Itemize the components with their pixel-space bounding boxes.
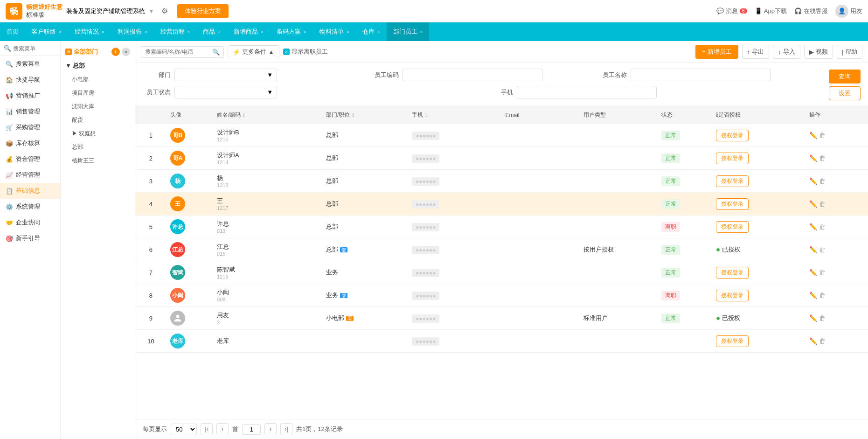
view-btn[interactable]: ▶ 视频 bbox=[804, 45, 833, 59]
dept-add-btn[interactable]: + bbox=[111, 48, 120, 56]
trial-button[interactable]: 体验行业方案 bbox=[177, 4, 229, 18]
sidebar-search[interactable]: 🔍 bbox=[0, 41, 60, 56]
edit-icon-1[interactable]: ✏️ bbox=[809, 154, 817, 162]
edit-icon-9[interactable]: ✏️ bbox=[809, 337, 817, 345]
dept-collapse-btn[interactable]: « bbox=[122, 48, 130, 56]
dept-tree-item-2[interactable]: 项目库房 bbox=[61, 86, 135, 100]
online-service-btn[interactable]: 🎧 在线客服 bbox=[794, 7, 828, 15]
delete-icon-5[interactable]: 🗑 bbox=[819, 246, 826, 253]
dept-tree-item-0[interactable]: ▼ 总部 bbox=[61, 59, 135, 73]
edit-icon-3[interactable]: ✏️ bbox=[809, 200, 817, 208]
next-page-btn[interactable]: › bbox=[264, 423, 277, 435]
edit-icon-4[interactable]: ✏️ bbox=[809, 223, 817, 230]
edit-icon-7[interactable]: ✏️ bbox=[809, 292, 817, 299]
sidebar-item-基础信息[interactable]: 📋基础信息 bbox=[0, 183, 60, 199]
dept-tree-item-6[interactable]: 总部 bbox=[61, 140, 135, 154]
nav-close-部门员工[interactable]: × bbox=[420, 29, 423, 35]
nav-close-经营情况[interactable]: × bbox=[102, 29, 104, 35]
edit-icon-6[interactable]: ✏️ bbox=[809, 269, 817, 276]
sidebar-item-企业协同[interactable]: 🤝企业协同 bbox=[0, 215, 60, 230]
auth-login-button-4[interactable]: 授权登录 bbox=[716, 221, 749, 233]
phone-input[interactable] bbox=[517, 86, 657, 98]
app-download-btn[interactable]: 📱 App下载 bbox=[755, 7, 787, 15]
nav-item-商品[interactable]: 商品× bbox=[196, 22, 227, 41]
search-box[interactable]: 🔍 bbox=[141, 46, 224, 58]
nav-close-条码方案[interactable]: × bbox=[304, 29, 306, 35]
dept-tree-item-4[interactable]: 配货 bbox=[61, 113, 135, 127]
delete-icon-6[interactable]: 🗑 bbox=[819, 269, 826, 276]
export-btn[interactable]: ↑ 导出 bbox=[742, 45, 770, 59]
empstatus-select[interactable]: ▼ bbox=[174, 86, 277, 98]
sidebar-item-库存核算[interactable]: 📦库存核算 bbox=[0, 135, 60, 151]
edit-icon-5[interactable]: ✏️ bbox=[809, 246, 817, 253]
nav-close-物料清单[interactable]: × bbox=[347, 29, 349, 35]
sidebar-item-新手引导[interactable]: 🎯新手引导 bbox=[0, 230, 60, 246]
nav-item-物料清单[interactable]: 物料清单× bbox=[313, 22, 356, 41]
edit-icon-2[interactable]: ✏️ bbox=[809, 177, 817, 185]
empname-input[interactable] bbox=[631, 69, 771, 81]
nav-item-客户联络[interactable]: 客户联络× bbox=[25, 22, 68, 41]
nav-item-条码方案[interactable]: 条码方案× bbox=[270, 22, 313, 41]
help-btn[interactable]: | 帮助 bbox=[837, 45, 862, 59]
prev-page-btn[interactable]: ‹ bbox=[216, 423, 229, 435]
dept-tree-item-1[interactable]: 小电部 bbox=[61, 73, 135, 86]
auth-login-button-2[interactable]: 授权登录 bbox=[716, 175, 749, 187]
page-number-input[interactable] bbox=[242, 424, 261, 435]
set-button[interactable]: 设置 bbox=[829, 86, 861, 100]
auth-login-button-6[interactable]: 授权登录 bbox=[716, 267, 749, 279]
delete-icon-1[interactable]: 🗑 bbox=[819, 154, 826, 162]
delete-icon-2[interactable]: 🗑 bbox=[819, 177, 826, 185]
delete-icon-7[interactable]: 🗑 bbox=[819, 292, 826, 299]
filter-btn[interactable]: ⚡ 更多条件 ▲ bbox=[228, 45, 279, 58]
empcode-input[interactable] bbox=[403, 69, 542, 81]
dept-select[interactable]: ▼ bbox=[174, 69, 277, 81]
nav-item-经营历程[interactable]: 经营历程× bbox=[154, 22, 197, 41]
delete-icon-3[interactable]: 🗑 bbox=[819, 200, 826, 208]
dept-tree-item-5[interactable]: ▶ 双庭想 bbox=[61, 127, 135, 140]
delete-icon-0[interactable]: 🗑 bbox=[819, 132, 826, 139]
auth-login-button-3[interactable]: 授权登录 bbox=[716, 198, 749, 210]
auth-login-button-0[interactable]: 授权登录 bbox=[716, 130, 749, 141]
sidebar-search-input[interactable] bbox=[13, 45, 56, 52]
dept-tree-item-7[interactable]: 植树王三 bbox=[61, 154, 135, 167]
messages-btn[interactable]: 💬 消息 6 bbox=[716, 7, 747, 15]
nav-item-仓库[interactable]: 仓库× bbox=[356, 22, 387, 41]
auth-login-button-9[interactable]: 授权登录 bbox=[716, 335, 749, 347]
nav-item-新增商品[interactable]: 新增商品× bbox=[227, 22, 270, 41]
search-button[interactable]: 查询 bbox=[829, 70, 861, 84]
search-input[interactable] bbox=[145, 49, 210, 55]
sidebar-item-搜索菜单[interactable]: 🔍搜索菜单 bbox=[0, 56, 60, 72]
sidebar-item-经营管理[interactable]: 📈经营管理 bbox=[0, 167, 60, 183]
nav-close-利润报告[interactable]: × bbox=[145, 29, 147, 35]
first-page-btn[interactable]: |‹ bbox=[201, 423, 213, 435]
dept-tree-item-3[interactable]: 沈阳大库 bbox=[61, 100, 135, 113]
edit-icon-0[interactable]: ✏️ bbox=[809, 132, 817, 139]
add-employee-button[interactable]: + 新增员工 bbox=[695, 45, 738, 59]
sidebar-item-资金管理[interactable]: 💰资金管理 bbox=[0, 151, 60, 167]
system-dropdown-arrow[interactable]: ▼ bbox=[149, 8, 154, 14]
sidebar-item-销售管理[interactable]: 📊销售管理 bbox=[0, 104, 60, 119]
sidebar-item-采购管理[interactable]: 🛒采购管理 bbox=[0, 119, 60, 135]
delete-icon-4[interactable]: 🗑 bbox=[819, 223, 826, 230]
nav-item-利润报告[interactable]: 利润报告× bbox=[111, 22, 154, 41]
user-area[interactable]: 👤 用友 bbox=[835, 5, 862, 18]
gear-icon[interactable]: ⚙ bbox=[161, 7, 168, 15]
nav-close-客户联络[interactable]: × bbox=[59, 29, 62, 35]
nav-item-部门员工[interactable]: 部门员工× bbox=[387, 22, 430, 41]
nav-close-经营历程[interactable]: × bbox=[187, 29, 190, 35]
show-resigned-toggle[interactable]: ✓ 显示离职员工 bbox=[283, 48, 328, 56]
edit-icon-8[interactable]: ✏️ bbox=[809, 314, 817, 322]
last-page-btn[interactable]: ›| bbox=[280, 423, 292, 435]
sidebar-item-营销推广[interactable]: 📢营销推广 bbox=[0, 88, 60, 104]
page-size-select[interactable]: 50 100 bbox=[171, 424, 197, 435]
sidebar-item-系统管理[interactable]: ⚙️系统管理 bbox=[0, 199, 60, 215]
nav-item-首页[interactable]: 首页 bbox=[0, 22, 25, 41]
sidebar-item-快捷导航[interactable]: 🏠快捷导航 bbox=[0, 72, 60, 88]
nav-close-新增商品[interactable]: × bbox=[261, 29, 264, 35]
delete-icon-8[interactable]: 🗑 bbox=[819, 314, 826, 322]
nav-close-商品[interactable]: × bbox=[218, 29, 221, 35]
import-btn[interactable]: ↓ 导入 bbox=[773, 45, 800, 59]
auth-login-button-7[interactable]: 授权登录 bbox=[716, 290, 749, 301]
auth-login-button-1[interactable]: 授权登录 bbox=[716, 153, 749, 164]
nav-close-仓库[interactable]: × bbox=[377, 29, 380, 35]
